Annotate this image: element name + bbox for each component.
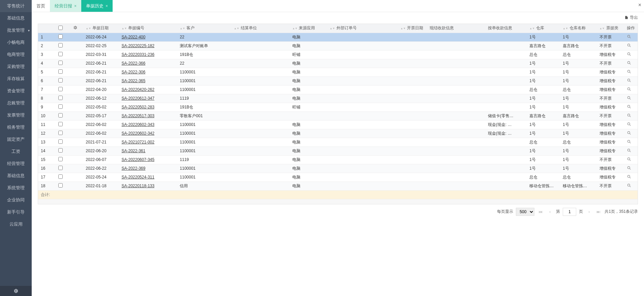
row-action[interactable] bbox=[624, 155, 638, 164]
col-doc-no[interactable]: ▲▼单据编号 bbox=[119, 24, 177, 33]
table-row[interactable]: 12022-06-24SA-2022-40022电脑1号1号不开票 bbox=[38, 33, 638, 41]
doc-link[interactable]: SA-20220225-182 bbox=[121, 43, 154, 48]
row-action[interactable] bbox=[624, 182, 638, 190]
tab-daily-report[interactable]: 经营日报 × bbox=[50, 0, 81, 12]
sidebar-item-8[interactable]: 总账管理 bbox=[0, 97, 32, 109]
row-checkbox[interactable] bbox=[58, 139, 63, 144]
doc-link[interactable]: SA-2022-369 bbox=[121, 166, 145, 171]
prev-page-button[interactable]: ‹ bbox=[547, 208, 553, 215]
table-row[interactable]: 52022-06-21SA-2022-3061100001电脑1号1号增值税专 bbox=[38, 68, 638, 76]
col-checkbox[interactable] bbox=[56, 24, 70, 33]
row-checkbox[interactable] bbox=[58, 131, 63, 135]
sidebar-item-17[interactable]: 新手引导 bbox=[0, 206, 32, 218]
last-page-button[interactable]: ⏭ bbox=[595, 208, 602, 215]
col-cash-info[interactable]: 现结收款信息 bbox=[427, 24, 485, 33]
sidebar-item-12[interactable]: 工资 bbox=[0, 145, 32, 158]
row-checkbox[interactable] bbox=[58, 183, 63, 188]
sidebar-item-4[interactable]: 电商管理 bbox=[0, 48, 32, 61]
sidebar-item-3[interactable]: 小畅电商 bbox=[0, 36, 32, 48]
sidebar-item-6[interactable]: 库存核算 bbox=[0, 73, 32, 85]
sidebar-item-16[interactable]: 企业协同 bbox=[0, 194, 32, 206]
tab-home[interactable]: 首页 bbox=[32, 0, 50, 12]
row-checkbox[interactable] bbox=[58, 148, 63, 153]
table-row[interactable]: 82022-06-12SA-20220612-3471119电脑1号1号不开票 bbox=[38, 94, 638, 103]
select-all-checkbox[interactable] bbox=[58, 26, 63, 30]
per-page-select[interactable]: 500 bbox=[516, 208, 534, 216]
row-action[interactable] bbox=[624, 146, 638, 155]
sidebar-item-18[interactable]: 云应用 bbox=[0, 218, 32, 230]
table-row[interactable]: 62022-06-21SA-2022-3651100001电脑1号1号增值税专 bbox=[38, 76, 638, 85]
sidebar-settings-button[interactable] bbox=[0, 286, 32, 296]
col-source-app[interactable]: ▲▼来源应用 bbox=[290, 24, 327, 33]
sidebar-item-14[interactable]: 基础信息 bbox=[0, 170, 32, 182]
doc-link[interactable]: SA-20220602-343 bbox=[121, 122, 154, 127]
close-all-tabs-icon[interactable]: × bbox=[638, 2, 641, 8]
horizontal-scrollbar[interactable] bbox=[38, 199, 638, 204]
sidebar-item-11[interactable]: 固定资产 bbox=[0, 133, 32, 145]
col-doc-date[interactable]: ▲▼单据日期 bbox=[83, 24, 119, 33]
row-checkbox[interactable] bbox=[58, 61, 63, 65]
table-row[interactable]: 122022-06-02SA-20220602-3421100001电脑现金(现… bbox=[38, 129, 638, 138]
table-row[interactable]: 42022-06-21SA-2022-36622电脑1号1号不开票 bbox=[38, 59, 638, 68]
row-checkbox[interactable] bbox=[58, 122, 63, 126]
tab-doc-history[interactable]: 单据历史 × bbox=[81, 0, 113, 12]
col-ext-order[interactable]: ▲▼外部订单号 bbox=[327, 24, 398, 33]
doc-link[interactable]: SA-2022-361 bbox=[121, 149, 145, 153]
row-action[interactable] bbox=[624, 120, 638, 129]
table-row[interactable]: 22022-02-25SA-20220225-182测试客户对账单电脑嘉言路仓嘉… bbox=[38, 41, 638, 50]
table-row[interactable]: 112022-06-02SA-20220602-3431100001电脑现金(现… bbox=[38, 120, 638, 129]
row-action[interactable] bbox=[624, 94, 638, 103]
row-checkbox[interactable] bbox=[58, 157, 63, 161]
doc-link[interactable]: SA-20220420-262 bbox=[121, 87, 154, 92]
doc-link[interactable]: SA-20220118-133 bbox=[121, 184, 154, 188]
row-checkbox[interactable] bbox=[58, 166, 63, 170]
col-warehouse-name[interactable]: ▲▼仓库名称 bbox=[560, 24, 597, 33]
col-pay-info[interactable]: 按单收款信息 bbox=[485, 24, 527, 33]
table-row[interactable]: 132021-07-21SA-20210721-0021100001电脑总仓总仓… bbox=[38, 138, 638, 146]
col-settle-unit[interactable]: ▲▼结算单位 bbox=[231, 24, 290, 33]
row-action[interactable] bbox=[624, 76, 638, 85]
row-action[interactable] bbox=[624, 85, 638, 94]
sidebar-item-9[interactable]: 发票管理 bbox=[0, 109, 32, 121]
table-row[interactable]: 162022-06-22SA-2022-3691100001电脑1号1号增值税专 bbox=[38, 164, 638, 173]
sidebar-item-10[interactable]: 税务管理 bbox=[0, 121, 32, 133]
page-input[interactable] bbox=[563, 208, 576, 216]
row-checkbox[interactable] bbox=[58, 52, 63, 56]
sidebar-item-0[interactable]: 零售统计 bbox=[0, 0, 32, 12]
row-checkbox[interactable] bbox=[58, 113, 63, 118]
doc-link[interactable]: SA-20210721-002 bbox=[121, 140, 154, 144]
row-checkbox[interactable] bbox=[58, 69, 63, 74]
sidebar-item-13[interactable]: 经营管理 bbox=[0, 158, 32, 170]
row-action[interactable] bbox=[624, 103, 638, 111]
next-page-button[interactable]: › bbox=[586, 208, 592, 215]
table-row[interactable]: 182022-01-18SA-20220118-133信用电脑移动仓管拣…移动仓… bbox=[38, 182, 638, 190]
col-warehouse[interactable]: ▲▼仓库 bbox=[527, 24, 560, 33]
col-customer[interactable]: ▲▼客户 bbox=[177, 24, 231, 33]
row-checkbox[interactable] bbox=[58, 87, 63, 91]
sidebar-item-5[interactable]: 采购管理 bbox=[0, 61, 32, 73]
col-invoice-type[interactable]: ▲▼票据类 bbox=[597, 24, 624, 33]
table-row[interactable]: 102022-05-17SA-20220517-303零散客户001储值卡(零售… bbox=[38, 111, 638, 120]
row-action[interactable] bbox=[624, 129, 638, 138]
doc-link[interactable]: SA-2022-400 bbox=[121, 35, 145, 39]
close-icon[interactable]: × bbox=[106, 4, 108, 8]
first-page-button[interactable]: ⏮ bbox=[537, 208, 544, 215]
row-checkbox[interactable] bbox=[58, 96, 63, 100]
doc-link[interactable]: SA-20220502-283 bbox=[121, 105, 154, 109]
row-action[interactable] bbox=[624, 111, 638, 120]
doc-link[interactable]: SA-20220602-342 bbox=[121, 131, 154, 136]
row-action[interactable] bbox=[624, 33, 638, 41]
sidebar-item-15[interactable]: 系统管理 bbox=[0, 182, 32, 194]
col-bill-date[interactable]: ▲▼开票日期 bbox=[398, 24, 427, 33]
col-settings[interactable] bbox=[70, 24, 83, 33]
doc-link[interactable]: SA-20220331-236 bbox=[121, 52, 154, 57]
doc-link[interactable]: SA-20220517-303 bbox=[121, 113, 154, 118]
doc-link[interactable]: SA-2022-365 bbox=[121, 78, 145, 83]
row-action[interactable] bbox=[624, 68, 638, 76]
row-checkbox[interactable] bbox=[58, 104, 63, 109]
row-action[interactable] bbox=[624, 173, 638, 182]
table-row[interactable]: 142022-06-20SA-2022-3611100001电脑1号1号增值税专 bbox=[38, 146, 638, 155]
table-row[interactable]: 152022-06-07SA-20220607-3451119电脑1号1号不开票 bbox=[38, 155, 638, 164]
doc-link[interactable]: SA-2022-306 bbox=[121, 70, 145, 74]
row-action[interactable] bbox=[624, 50, 638, 59]
